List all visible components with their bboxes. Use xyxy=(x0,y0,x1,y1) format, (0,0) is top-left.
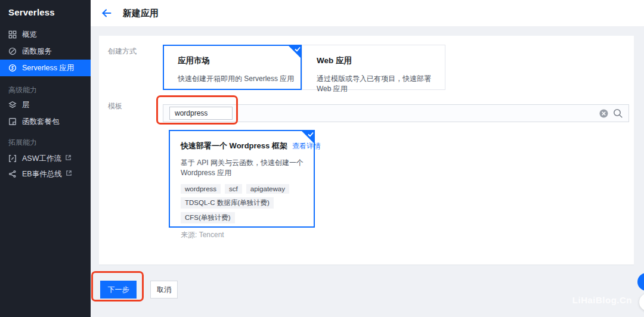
overview-grid-icon xyxy=(8,30,17,39)
option-card-app-market[interactable]: 应用市场 快速创建开箱即用的 Serverless 应用 xyxy=(163,45,302,90)
back-button[interactable] xyxy=(101,8,112,18)
watermark-text: LiHaiBlog.Cn xyxy=(572,295,632,305)
template-title: 快速部署一个 Wordpress 框架 xyxy=(181,141,287,151)
page-title: 新建应用 xyxy=(123,8,159,19)
check-icon xyxy=(295,46,301,52)
clear-search-icon[interactable] xyxy=(599,109,608,118)
help-fab-button[interactable] xyxy=(637,273,644,291)
sidebar-section-advanced: 高级能力 xyxy=(8,85,37,95)
external-link-icon xyxy=(66,170,72,178)
serverless-app-icon xyxy=(8,64,17,72)
sidebar-item-label: 层 xyxy=(22,100,30,110)
check-icon xyxy=(308,132,314,137)
template-tags: wordpress scf apigateway TDSQL-C 数据库(单独计… xyxy=(181,184,309,223)
sidebar-item-label: 概览 xyxy=(22,30,37,40)
next-step-button[interactable]: 下一步 xyxy=(100,281,137,299)
sidebar-item-label: EB事件总线 xyxy=(22,169,62,179)
sidebar-item-label: Serverless 应用 xyxy=(22,63,75,73)
create-app-form-panel: 创建方式 应用市场 快速创建开箱即用的 Serverless 应用 Web 应用… xyxy=(99,36,634,265)
cancel-button[interactable]: 取消 xyxy=(150,281,178,299)
workflow-icon xyxy=(8,154,17,163)
eventbus-icon xyxy=(8,170,17,178)
creation-method-options: 应用市场 快速创建开箱即用的 Serverless 应用 Web 应用 通过模版… xyxy=(163,45,445,90)
option-title: Web 应用 xyxy=(317,55,445,66)
tag: CFS(单独计费) xyxy=(181,212,235,223)
sidebar-item-overview[interactable]: 概览 xyxy=(0,26,91,43)
option-desc: 通过模版或导入已有项目，快速部署 Web 应用 xyxy=(317,74,445,94)
tag: scf xyxy=(225,184,242,194)
template-label: 模板 xyxy=(108,101,122,111)
sidebar-item-eb-eventbus[interactable]: EB事件总线 xyxy=(0,166,91,182)
sidebar-item-asw-workflow[interactable]: ASW工作流 xyxy=(0,150,91,167)
selected-check-corner xyxy=(301,130,314,144)
sidebar-item-function-service[interactable]: 函数服务 xyxy=(0,43,91,60)
page-header: 新建应用 xyxy=(91,0,644,26)
external-link-icon xyxy=(65,154,72,163)
layers-icon xyxy=(8,101,17,109)
sidebar-item-label: 函数服务 xyxy=(22,46,52,57)
sidebar-section-extended: 拓展能力 xyxy=(8,138,37,148)
package-icon xyxy=(8,117,17,126)
template-source: 来源: Tencent xyxy=(181,230,303,240)
selected-check-corner xyxy=(288,45,301,58)
back-arrow-icon xyxy=(101,8,112,18)
template-card-wordpress[interactable]: 快速部署一个 Wordpress 框架 查看详情 基于 API 网关与云函数，快… xyxy=(169,130,315,228)
sidebar-item-package[interactable]: 函数套餐包 xyxy=(0,113,91,130)
sidebar-title: Serverless xyxy=(8,7,55,17)
tag: TDSQL-C 数据库(单独计费) xyxy=(181,197,274,209)
tag: apigateway xyxy=(246,184,289,194)
option-title: 应用市场 xyxy=(178,55,301,66)
template-search-input[interactable] xyxy=(169,107,233,120)
option-card-web-app[interactable]: Web 应用 通过模版或导入已有项目，快速部署 Web 应用 xyxy=(302,45,445,90)
sidebar: Serverless 概览 函数服务 Serverless 应用 高级能力 层 … xyxy=(0,0,91,317)
function-service-icon xyxy=(8,47,17,55)
sidebar-item-label: ASW工作流 xyxy=(22,154,61,164)
template-search-bar[interactable] xyxy=(163,104,629,122)
sidebar-item-label: 函数套餐包 xyxy=(22,117,60,127)
sidebar-item-layers[interactable]: 层 xyxy=(0,97,91,113)
search-icon[interactable] xyxy=(613,108,623,119)
feedback-fab-button[interactable] xyxy=(639,293,644,311)
option-desc: 快速创建开箱即用的 Serverless 应用 xyxy=(178,74,301,84)
sidebar-item-serverless-app[interactable]: Serverless 应用 xyxy=(0,60,91,76)
template-desc: 基于 API 网关与云函数，快速创建一个 Wordpress 应用 xyxy=(181,158,305,178)
tag: wordpress xyxy=(181,184,221,194)
creation-method-label: 创建方式 xyxy=(108,46,137,57)
